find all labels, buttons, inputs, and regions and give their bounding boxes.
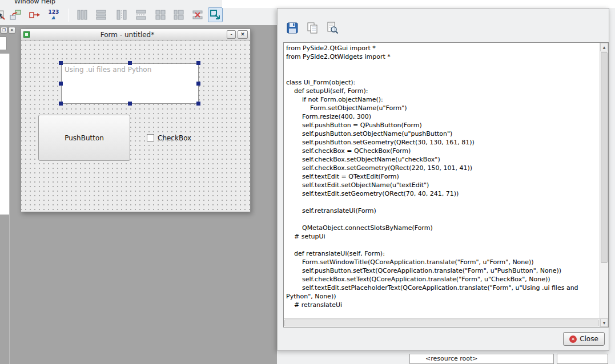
selection-handle-top-left[interactable]	[59, 61, 63, 65]
menu-item-window[interactable]: Window	[14, 0, 39, 5]
selection-handle-middle-left[interactable]	[59, 82, 63, 86]
edit-tab-order-icon[interactable]: 123	[46, 7, 61, 22]
layout-horizontally-splitter-icon[interactable]	[114, 7, 129, 22]
dock-close-button[interactable]: ✕	[9, 27, 15, 34]
close-button-label: Close	[580, 335, 598, 343]
tab-order-label: 123	[49, 10, 59, 15]
form-minimize-button[interactable]: -	[227, 30, 236, 39]
textedit-placeholder: Using .ui files and Python	[62, 64, 198, 75]
widget-box-panel	[0, 54, 10, 215]
form-window-titlebar[interactable]: Form - untitled* - ✕	[21, 29, 250, 41]
selection-handle-bottom-middle[interactable]	[128, 102, 132, 106]
main-toolbar: 123	[0, 6, 222, 25]
layout-horizontally-icon[interactable]	[75, 7, 90, 22]
checkbox-widget[interactable]: CheckBox	[147, 126, 204, 149]
close-button-icon: ✕	[569, 335, 577, 343]
dock-float-button[interactable]: ❐	[1, 27, 7, 34]
break-layout-icon[interactable]	[190, 7, 205, 22]
panel-edge-divider	[9, 54, 10, 364]
selection-handle-bottom-right[interactable]	[196, 102, 200, 106]
code-dialog-toolbar	[286, 21, 339, 35]
pushbutton-widget[interactable]: PushButton	[38, 115, 130, 161]
horizontal-scrollbar-thumb[interactable]	[284, 319, 599, 326]
copy-icon[interactable]	[306, 21, 319, 35]
form-window-icon	[23, 31, 30, 38]
layout-vertically-splitter-icon[interactable]	[134, 7, 148, 22]
resource-browser-panel: <resource root>	[409, 354, 554, 364]
form-window-title: Form - untitled*	[30, 31, 225, 39]
edit-widgets-icon[interactable]	[0, 7, 7, 22]
form-canvas[interactable]: Using .ui files and Python PushButton Ch…	[21, 41, 250, 212]
code-horizontal-scrollbar[interactable]	[284, 318, 600, 327]
form-close-button[interactable]: ✕	[238, 30, 248, 39]
code-vertical-scrollbar[interactable]: ▲ ▼	[600, 43, 608, 327]
adjust-size-icon[interactable]	[208, 7, 223, 22]
close-button[interactable]: ✕ Close	[563, 332, 605, 346]
selection-handle-top-right[interactable]	[196, 61, 200, 65]
menu-bar: Window Help	[0, 0, 222, 6]
resource-root-item[interactable]: <resource root>	[425, 355, 478, 362]
view-python-code-dialog: from PySide2.QtGui import * from PySide2…	[277, 8, 609, 351]
edit-signals-slots-icon[interactable]	[8, 7, 23, 22]
selection-handle-middle-right[interactable]	[196, 82, 200, 86]
qt-designer-main-window: Window Help 123	[0, 0, 615, 364]
save-icon[interactable]	[286, 21, 299, 35]
code-text: from PySide2.QtGui import * from PySide2…	[286, 44, 596, 317]
checkbox-label: CheckBox	[158, 134, 191, 142]
layout-grid-icon[interactable]	[153, 7, 168, 22]
layout-form-icon[interactable]	[171, 7, 186, 22]
checkbox-indicator[interactable]	[147, 134, 154, 141]
selection-handle-bottom-left[interactable]	[59, 102, 63, 106]
scroll-down-icon[interactable]: ▼	[600, 318, 608, 327]
toolbar-separator	[68, 9, 69, 22]
edit-buddies-icon[interactable]	[27, 7, 42, 22]
property-panel-fragment	[557, 354, 608, 364]
selection-handle-top-middle[interactable]	[128, 61, 132, 65]
code-editor[interactable]: from PySide2.QtGui import * from PySide2…	[283, 42, 609, 327]
widgetbox-filter-input[interactable]	[0, 37, 7, 50]
form-designer-window: Form - untitled* - ✕ Using .ui files and…	[21, 29, 251, 212]
textedit-widget[interactable]: Using .ui files and Python	[61, 63, 199, 104]
vertical-scrollbar-thumb[interactable]	[601, 52, 608, 263]
layout-vertically-icon[interactable]	[94, 7, 108, 22]
tab-order-arrow	[51, 15, 57, 21]
background-window-strip	[222, 0, 615, 8]
scroll-up-icon[interactable]: ▲	[600, 43, 608, 51]
find-icon[interactable]	[325, 21, 339, 35]
menu-item-help[interactable]: Help	[41, 0, 55, 5]
